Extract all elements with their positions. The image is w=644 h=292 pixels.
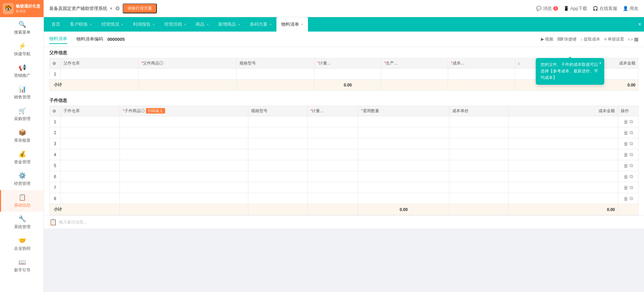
delete-icon[interactable]: 🗑	[623, 185, 628, 190]
child-unit-cost-cell[interactable]	[449, 149, 508, 160]
app-download-item[interactable]: 📱 App下载	[564, 5, 587, 12]
sub-tab-bom-list[interactable]: 物料清单	[49, 34, 67, 44]
user-item[interactable]: 👤 用友	[623, 5, 639, 12]
delete-icon[interactable]: 🗑	[623, 163, 628, 168]
delete-icon[interactable]: 🗑	[623, 130, 628, 136]
child-col-settings[interactable]: ⚙	[50, 106, 61, 116]
child-spec-cell[interactable]	[248, 127, 307, 138]
child-unit-cell[interactable]	[307, 193, 358, 204]
copy-icon[interactable]: ⧉	[630, 185, 633, 190]
shortcut-action[interactable]: ⌨ 快捷键	[557, 36, 577, 42]
extract-cost-action[interactable]: ↓ 提取成本	[581, 36, 600, 42]
sidebar-item-sales[interactable]: 📊 销售管理	[0, 82, 44, 104]
tab-profit[interactable]: 利润报告 ×	[128, 17, 160, 32]
sidebar-item-enterprise[interactable]: 🤝 企业协同	[0, 233, 44, 255]
sidebar-item-system[interactable]: 🔧 系统管理	[0, 212, 44, 233]
online-service-item[interactable]: 🎧 在线客服	[593, 5, 617, 12]
copy-icon[interactable]: ⧉	[630, 141, 633, 147]
child-quantity-cell[interactable]	[358, 138, 449, 149]
child-unit-cell[interactable]	[307, 171, 358, 182]
nav-prev-icon[interactable]: ‹	[628, 36, 630, 42]
tab-operations-status[interactable]: 经营情况 ×	[97, 17, 128, 32]
child-quantity-cell[interactable]	[358, 116, 449, 127]
delete-icon[interactable]: 🗑	[623, 196, 628, 201]
child-quantity-cell[interactable]	[358, 193, 449, 204]
child-warehouse-cell[interactable]	[61, 127, 120, 138]
delete-icon[interactable]: 🗑	[623, 119, 628, 125]
parent-col-settings[interactable]: ⚙	[50, 58, 61, 69]
delete-icon[interactable]: 🗑	[623, 152, 628, 157]
child-warehouse-cell[interactable]	[61, 116, 120, 127]
child-warehouse-cell[interactable]	[61, 160, 120, 171]
child-unit-cost-cell[interactable]	[449, 116, 508, 127]
parent-production-cell[interactable]	[381, 69, 448, 80]
child-unit-cost-cell[interactable]	[449, 171, 508, 182]
settings-icon[interactable]: ⚙	[115, 5, 120, 12]
sidebar-item-purchase[interactable]: 🛒 采购管理	[0, 104, 44, 125]
sidebar-item-marketing[interactable]: 📢 营销推广	[0, 60, 44, 82]
tab-ops-close[interactable]: ×	[121, 23, 123, 26]
child-spec-cell[interactable]	[248, 193, 307, 204]
tab-new-goods-close[interactable]: ×	[238, 23, 240, 26]
sidebar-item-quick-nav[interactable]: ⚡ 快捷导航	[0, 39, 44, 60]
parent-spec-cell[interactable]	[236, 69, 314, 80]
parent-warehouse-cell[interactable]	[61, 69, 139, 80]
tab-history[interactable]: 经营历程 ×	[160, 17, 191, 32]
child-unit-cell[interactable]	[307, 149, 358, 160]
tab-bom-close[interactable]: ×	[301, 23, 303, 26]
sidebar-item-finance[interactable]: 💰 资金管理	[0, 147, 44, 168]
child-warehouse-cell[interactable]	[61, 182, 120, 193]
scan-badge[interactable]: 扫码录入	[146, 108, 165, 114]
child-product-cell[interactable]	[120, 182, 248, 193]
note-placeholder[interactable]: 输入备注信息...	[59, 219, 87, 225]
trial-button[interactable]: 体验行业方案	[123, 3, 157, 13]
tab-new-goods[interactable]: 新增商品 ×	[213, 17, 245, 32]
child-unit-cell[interactable]	[307, 127, 358, 138]
copy-icon[interactable]: ⧉	[630, 152, 633, 157]
child-product-cell[interactable]	[120, 160, 248, 171]
child-product-cell[interactable]	[120, 116, 248, 127]
delete-icon[interactable]: 🗑	[623, 141, 628, 147]
single-settings-action[interactable]: ≡ 单据设置	[604, 36, 624, 42]
tab-goods-close[interactable]: ×	[207, 23, 209, 26]
child-unit-cell[interactable]	[307, 160, 358, 171]
child-quantity-cell[interactable]	[358, 160, 449, 171]
sidebar-item-search[interactable]: 🔍 搜索菜单	[0, 17, 44, 39]
copy-icon[interactable]: ⧉	[630, 163, 633, 168]
tab-barcode[interactable]: 条码方案 ×	[245, 17, 276, 32]
copy-icon[interactable]: ⧉	[630, 174, 633, 179]
child-quantity-cell[interactable]	[358, 149, 449, 160]
child-unit-cost-cell[interactable]	[449, 193, 508, 204]
child-quantity-cell[interactable]	[358, 127, 449, 138]
child-spec-cell[interactable]	[248, 116, 307, 127]
child-spec-cell[interactable]	[248, 149, 307, 160]
child-unit-cost-cell[interactable]	[449, 182, 508, 193]
nav-close-all[interactable]: ×	[638, 21, 641, 27]
child-spec-cell[interactable]	[248, 138, 307, 149]
parent-unit-cell[interactable]	[314, 69, 381, 80]
child-quantity-cell[interactable]	[358, 182, 449, 193]
child-warehouse-cell[interactable]	[61, 149, 120, 160]
copy-icon[interactable]: ⧉	[630, 196, 633, 201]
child-unit-cost-cell[interactable]	[449, 138, 508, 149]
child-unit-cost-cell[interactable]	[449, 160, 508, 171]
child-warehouse-cell[interactable]	[61, 171, 120, 182]
child-spec-cell[interactable]	[248, 171, 307, 182]
child-unit-cell[interactable]	[307, 182, 358, 193]
child-unit-cell[interactable]	[307, 138, 358, 149]
copy-icon[interactable]: ⧉	[630, 130, 633, 136]
parent-product-cell[interactable]	[138, 69, 236, 80]
child-warehouse-cell[interactable]	[61, 138, 120, 149]
system-dropdown-icon[interactable]: ▾	[110, 6, 112, 11]
child-spec-cell[interactable]	[248, 182, 307, 193]
tab-customer[interactable]: 客户联络 ×	[65, 17, 97, 32]
child-quantity-cell[interactable]	[358, 171, 449, 182]
nav-grid-icon[interactable]: ▦	[634, 36, 639, 42]
sidebar-item-guide[interactable]: 📖 新手引导	[0, 255, 44, 277]
sidebar-item-operations[interactable]: ⚙️ 经营管理	[0, 168, 44, 190]
tab-profit-close[interactable]: ×	[153, 23, 155, 26]
child-product-cell[interactable]	[120, 171, 248, 182]
tooltip-close-btn[interactable]: ×	[599, 60, 602, 67]
tab-customer-close[interactable]: ×	[90, 23, 92, 26]
parent-cost-cell[interactable]	[448, 69, 515, 80]
